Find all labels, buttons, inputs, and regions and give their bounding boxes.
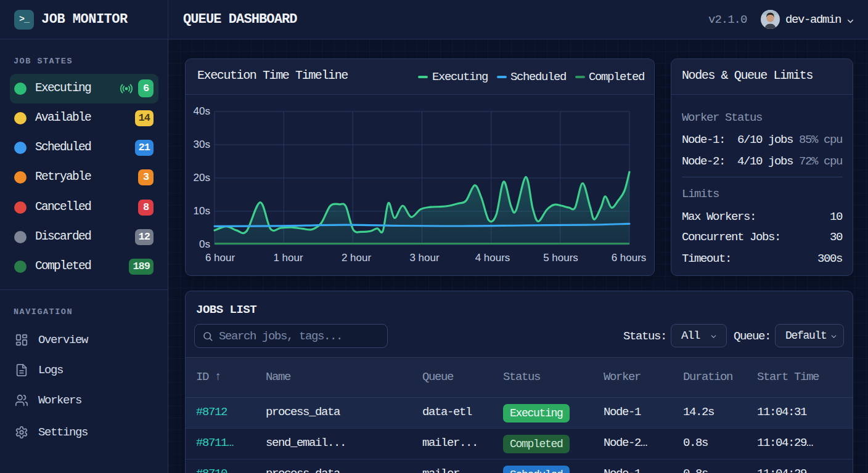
svg-text:20s: 20s	[194, 172, 210, 184]
svg-text:3 hour: 3 hour	[409, 252, 440, 264]
svg-text:2 hour: 2 hour	[342, 252, 372, 264]
svg-text:40s: 40s	[194, 105, 210, 117]
svg-text:4 hours: 4 hours	[475, 252, 510, 264]
svg-text:0s: 0s	[199, 238, 210, 250]
svg-text:10s: 10s	[194, 205, 210, 217]
svg-text:6 hour: 6 hour	[205, 252, 235, 264]
svg-text:1 hour: 1 hour	[273, 252, 303, 264]
svg-text:6 hours: 6 hours	[612, 252, 647, 264]
svg-text:5 hours: 5 hours	[543, 252, 578, 264]
svg-text:30s: 30s	[194, 139, 210, 150]
